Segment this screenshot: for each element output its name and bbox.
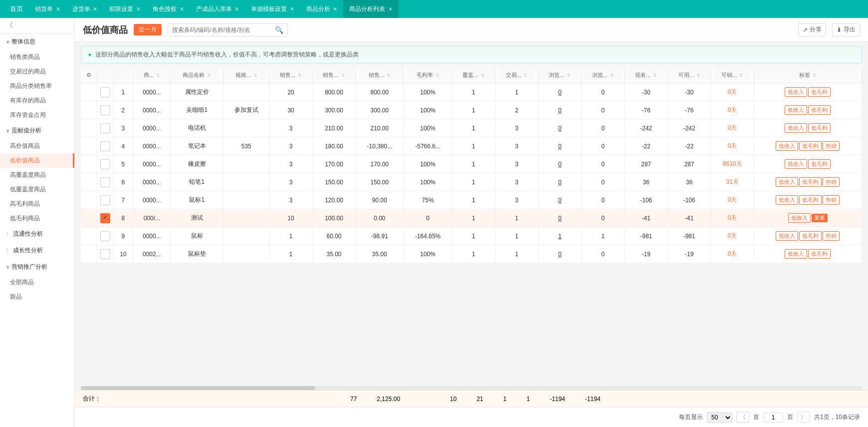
sidebar-item-sales-products[interactable]: 销售类商品 xyxy=(0,50,74,64)
col-checkbox-cell[interactable] xyxy=(97,83,113,101)
sidebar-item-new-products[interactable]: 新品 xyxy=(0,290,74,304)
col-spec-cell xyxy=(223,227,269,245)
search-input[interactable] xyxy=(172,26,272,33)
sidebar-item-low-value[interactable]: 低价值商品 xyxy=(0,153,74,168)
per-page-select[interactable]: 50 100 200 xyxy=(707,412,732,423)
row-checkbox[interactable]: ✓ xyxy=(100,213,110,223)
search-icon[interactable]: 🔍 xyxy=(275,26,283,34)
row-checkbox[interactable] xyxy=(100,177,110,187)
row-checkbox[interactable] xyxy=(100,105,110,115)
col-sales-price-cell: 210.00 xyxy=(356,119,404,137)
nav-sales[interactable]: 销货单 ✕ xyxy=(29,0,66,18)
sidebar-collapse-btn[interactable]: 《 xyxy=(4,21,15,30)
col-sales-amount-cell: 60.00 xyxy=(312,227,355,245)
sidebar-item-traded-products[interactable]: 交易过的商品 xyxy=(0,64,74,79)
col-available-stock-cell: -242 xyxy=(667,119,710,137)
nav-roles[interactable]: 角色授权 ✕ xyxy=(147,0,190,18)
nav-product-list-close[interactable]: ✕ xyxy=(388,6,393,12)
col-checkbox-cell[interactable] xyxy=(97,245,113,263)
col-checkbox-cell[interactable] xyxy=(97,137,113,155)
sidebar-item-low-margin[interactable]: 低毛利商品 xyxy=(0,211,74,226)
col-views1-cell[interactable]: 0 xyxy=(538,245,581,263)
sidebar-section-liquidity[interactable]: 〉 流通性分析 xyxy=(0,226,74,242)
row-checkbox[interactable] xyxy=(100,195,110,205)
nav-permissions[interactable]: 权限设置 ✕ xyxy=(103,0,147,18)
col-checkbox-cell[interactable] xyxy=(97,191,113,209)
nav-product-analysis[interactable]: 商品分析 ✕ xyxy=(300,0,344,18)
sidebar-item-stock-products[interactable]: 有库存的商品 xyxy=(0,93,74,108)
col-available-stock-cell: -981 xyxy=(667,227,710,245)
nav-product-analysis-list[interactable]: 商品分析列表 ✕ xyxy=(343,0,399,18)
col-views1-cell[interactable]: 0 xyxy=(538,137,581,155)
nav-product-analysis-close[interactable]: ✕ xyxy=(333,6,337,12)
first-page-btn[interactable]: 〈 xyxy=(736,412,749,423)
col-views2-cell: 0 xyxy=(582,245,625,263)
sidebar-item-high-margin[interactable]: 高毛利商品 xyxy=(0,197,74,211)
nav-permissions-close[interactable]: ✕ xyxy=(136,6,141,12)
col-sales-qty-cell: 3 xyxy=(269,119,312,137)
col-checkbox-cell[interactable] xyxy=(97,119,113,137)
col-current-stock-cell: -30 xyxy=(625,83,667,101)
col-coverage-cell: 1 xyxy=(452,83,495,101)
col-sales-qty-cell: 1 xyxy=(269,245,312,263)
nav-home[interactable]: 首页 xyxy=(4,0,29,18)
col-views1-cell[interactable]: 1 xyxy=(538,227,581,245)
row-checkbox[interactable] xyxy=(100,159,110,169)
sidebar-section-overall[interactable]: ∨ 整体信息 xyxy=(0,33,74,50)
row-checkbox[interactable] xyxy=(100,87,110,97)
next-page-btn[interactable]: 〉 xyxy=(797,412,810,423)
table-row: 1 0000... 属性定价 20 800.00 800.00 100% 1 1… xyxy=(81,83,862,101)
row-checkbox[interactable] xyxy=(100,231,110,241)
scrollbar-thumb[interactable] xyxy=(81,386,315,390)
col-transactions-cell: 3 xyxy=(495,191,538,209)
nav-warehouse-close[interactable]: ✕ xyxy=(234,6,239,12)
col-views1-cell[interactable]: 0 xyxy=(538,101,581,119)
page-input[interactable] xyxy=(763,413,783,423)
col-tags-cell: 低收入低毛利热销 xyxy=(754,227,862,245)
row-checkbox[interactable] xyxy=(100,249,110,259)
nav-purchase-close[interactable]: ✕ xyxy=(93,6,97,12)
nav-warehouse[interactable]: 产成品入库单 ✕ xyxy=(190,0,245,18)
col-views1-cell[interactable]: 0 xyxy=(538,191,581,209)
sidebar-section-marketing[interactable]: ∨ 营销推广分析 xyxy=(0,259,74,275)
sidebar-item-all-products[interactable]: 全部商品 xyxy=(0,275,74,290)
col-sales-price: 销售... ⇅ xyxy=(356,67,404,83)
col-coverage-cell: 1 xyxy=(452,191,495,209)
col-transactions: 交易... ⇅ xyxy=(495,67,538,83)
filter-button[interactable]: 近一月 xyxy=(134,24,162,35)
table-row: 6 0000... 铅笔1 3 150.00 150.00 100% 1 3 0… xyxy=(81,173,862,191)
col-views2-cell: 0 xyxy=(582,83,625,101)
nav-purchase[interactable]: 进货单 ✕ xyxy=(66,0,104,18)
col-checkbox-cell[interactable] xyxy=(97,173,113,191)
col-checkbox-cell[interactable]: ✓ xyxy=(97,209,113,227)
col-checkbox-cell[interactable] xyxy=(97,101,113,119)
nav-template[interactable]: 单据模板设置 ✕ xyxy=(245,0,300,18)
col-sales-amount-cell: 100.00 xyxy=(312,209,355,227)
row-checkbox[interactable] xyxy=(100,123,110,133)
col-views1-cell[interactable]: 0 xyxy=(538,119,581,137)
nav-template-close[interactable]: ✕ xyxy=(290,6,294,12)
nav-roles-close[interactable]: ✕ xyxy=(180,6,184,12)
col-spec-cell xyxy=(223,209,269,227)
col-checkbox-cell[interactable] xyxy=(97,155,113,173)
col-views1-cell[interactable]: 0 xyxy=(538,155,581,173)
sidebar-item-low-coverage[interactable]: 低覆盖度商品 xyxy=(0,182,74,197)
sidebar-item-high-coverage[interactable]: 高覆盖度商品 xyxy=(0,168,74,182)
col-checkbox-cell[interactable] xyxy=(97,227,113,245)
sidebar-section-growth[interactable]: 〉 成长性分析 xyxy=(0,242,74,259)
sidebar-item-high-value[interactable]: 高价值商品 xyxy=(0,139,74,153)
sidebar-item-stock-funds[interactable]: 库存资金占用 xyxy=(0,108,74,122)
row-checkbox[interactable] xyxy=(100,141,110,151)
col-settings[interactable]: ⚙ xyxy=(81,67,97,83)
share-button[interactable]: ↗ 分享 xyxy=(798,23,826,36)
nav-sales-close[interactable]: ✕ xyxy=(56,6,60,12)
table-wrapper[interactable]: ⚙ 商... ⇅ 商品名称 ⇅ 规格... ⇅ 销售... ⇅ 销售... ⇅ … xyxy=(75,67,868,386)
export-button[interactable]: ⬇ 导出 xyxy=(832,23,860,36)
product-tag: 热销 xyxy=(823,195,840,205)
col-views1-cell[interactable]: 0 xyxy=(538,209,581,227)
col-views1-cell[interactable]: 0 xyxy=(538,83,581,101)
sidebar-section-contribution[interactable]: ∨ 贡献值分析 xyxy=(0,122,74,139)
sidebar-item-category-sales[interactable]: 商品分类销售率 xyxy=(0,79,74,93)
horizontal-scrollbar[interactable] xyxy=(81,386,862,390)
col-views1-cell[interactable]: 0 xyxy=(538,173,581,191)
